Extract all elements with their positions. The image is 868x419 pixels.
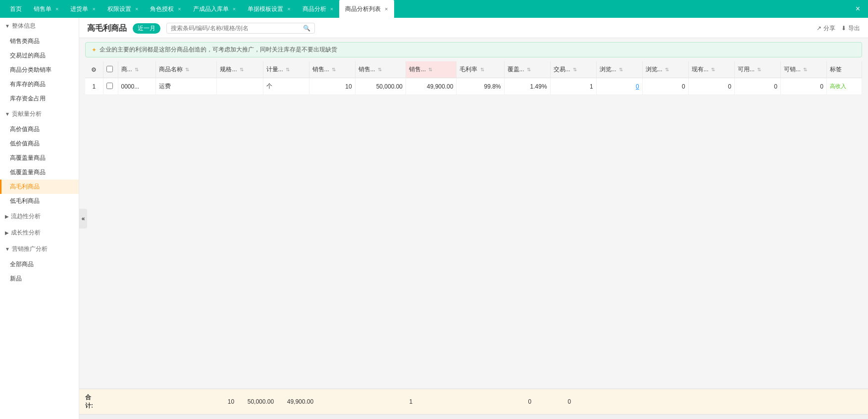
nav-template[interactable]: 单据模板设置 ×	[242, 0, 296, 18]
close-purchase-tab[interactable]: ×	[92, 0, 95, 18]
collapse-arrow-marketing: ▼	[5, 246, 10, 252]
sort-sales-qty-icon: ⇅	[332, 67, 336, 72]
sidebar-item-in-stock[interactable]: 有库存的商品	[0, 77, 79, 92]
select-all-checkbox[interactable]	[106, 66, 113, 72]
sort-unit-icon: ⇅	[286, 67, 290, 72]
close-analysis-list-tab[interactable]: ×	[385, 0, 388, 18]
collapse-arrow-contribution: ▼	[5, 111, 10, 117]
sidebar-item-high-value[interactable]: 高价值商品	[0, 122, 79, 137]
cell-transaction: 1	[550, 78, 596, 95]
time-filter-button[interactable]: 近一月	[133, 23, 160, 34]
cell-view2: 0	[642, 78, 688, 95]
footer-sales-qty	[108, 398, 198, 405]
export-icon: ⬇	[841, 25, 846, 32]
col-code[interactable]: 商... ⇅	[118, 61, 156, 78]
footer-transaction: 1	[376, 398, 415, 405]
col-spec[interactable]: 规格... ⇅	[217, 61, 263, 78]
close-sales-tab[interactable]: ×	[55, 0, 58, 18]
col-view1[interactable]: 浏览... ⇅	[596, 61, 642, 78]
sidebar: ▼ 整体信息 销售类商品 交易过的商品 商品分类助销率 有库存的商品 库存资金占…	[0, 18, 79, 419]
sort-coverage-icon: ⇅	[527, 67, 531, 72]
nav-production[interactable]: 产成品入库单 ×	[187, 0, 242, 18]
search-input[interactable]	[171, 25, 303, 32]
cell-view1[interactable]: 0	[596, 78, 642, 95]
col-gross-margin[interactable]: 毛利率 ⇅	[457, 61, 504, 78]
table-row: 1 0000... 运费	[85, 78, 862, 95]
col-saleable[interactable]: 可销... ⇅	[780, 61, 826, 78]
nav-permissions[interactable]: 权限设置 ×	[102, 0, 144, 18]
footer-sales-cost: 49,900.00	[277, 398, 316, 405]
sidebar-item-stock-capital[interactable]: 库存资金占用	[0, 92, 79, 106]
sidebar-group-marketing[interactable]: ▼ 营销推广分析	[0, 241, 79, 257]
sidebar-group-contribution[interactable]: ▼ 贡献量分析	[0, 106, 79, 122]
cell-index: 1	[85, 78, 103, 95]
sort-spec-icon: ⇅	[240, 67, 244, 72]
nav-product-analysis[interactable]: 商品分析 ×	[297, 0, 339, 18]
sidebar-group-overall[interactable]: ▼ 整体信息	[0, 18, 79, 34]
footer-label: 合计:	[85, 393, 99, 410]
collapse-arrow-growth: ▶	[5, 230, 9, 235]
col-name[interactable]: 商品名称 ⇅	[156, 61, 217, 78]
col-sales-cost[interactable]: 销售... ⇅	[406, 61, 457, 78]
export-button[interactable]: ⬇ 导出	[841, 24, 860, 33]
sidebar-item-low-coverage[interactable]: 低覆盖量商品	[0, 165, 79, 180]
col-coverage[interactable]: 覆盖... ⇅	[504, 61, 550, 78]
sidebar-item-all-goods[interactable]: 全部商品	[0, 257, 79, 272]
col-available[interactable]: 可用... ⇅	[734, 61, 780, 78]
sidebar-item-sales-goods[interactable]: 销售类商品	[0, 34, 79, 48]
footer-sales-qty-val: 10	[198, 398, 237, 405]
col-transaction[interactable]: 交易... ⇅	[550, 61, 596, 78]
collapse-arrow-overall: ▼	[5, 23, 10, 29]
share-button[interactable]: ↗ 分享	[817, 24, 835, 33]
nav-sales[interactable]: 销售单 ×	[28, 0, 64, 18]
sidebar-item-new-goods[interactable]: 新品	[0, 272, 79, 286]
cell-sales-cost: 49,900.00	[406, 78, 457, 95]
sidebar-group-trend[interactable]: ▶ 流趋性分析	[0, 208, 79, 225]
page-title: 高毛利商品	[87, 23, 127, 34]
col-current[interactable]: 现有... ⇅	[688, 61, 734, 78]
close-app-button[interactable]: ×	[852, 4, 864, 13]
col-settings[interactable]: ⚙	[85, 61, 103, 78]
bottom-scrollbar[interactable]	[79, 414, 868, 419]
sidebar-collapse-button[interactable]: «	[79, 209, 87, 229]
cell-available: 0	[734, 78, 780, 95]
col-sales-qty[interactable]: 销售... ⇅	[309, 61, 355, 78]
search-icon[interactable]: 🔍	[303, 25, 310, 32]
close-roles-tab[interactable]: ×	[178, 0, 181, 18]
cell-checkbox[interactable]	[103, 78, 118, 95]
footer-current: 0	[495, 398, 534, 405]
footer-cells: 10 50,000.00 49,900.00 1 0 0	[108, 398, 862, 405]
nav-purchase[interactable]: 进货单 ×	[64, 0, 101, 18]
col-view2[interactable]: 浏览... ⇅	[642, 61, 688, 78]
sidebar-item-high-coverage[interactable]: 高覆盖量商品	[0, 151, 79, 165]
nav-analysis-list[interactable]: 商品分析列表 ×	[339, 0, 394, 18]
sort-saleable-icon: ⇅	[803, 67, 807, 72]
col-unit[interactable]: 计量... ⇅	[263, 61, 309, 78]
close-template-tab[interactable]: ×	[287, 0, 290, 18]
sidebar-item-low-margin[interactable]: 低毛利商品	[0, 194, 79, 208]
sidebar-item-high-margin[interactable]: 高毛利商品	[0, 180, 79, 194]
sidebar-item-traded-goods[interactable]: 交易过的商品	[0, 48, 79, 63]
nav-home[interactable]: 首页	[4, 0, 28, 18]
row-checkbox[interactable]	[106, 83, 113, 89]
cell-saleable: 0	[780, 78, 826, 95]
search-box[interactable]: 🔍	[166, 23, 315, 34]
close-permissions-tab[interactable]: ×	[135, 0, 138, 18]
footer-row: 合计: 10 50,000.00 49,900.00 1 0 0	[79, 388, 868, 414]
close-product-analysis-tab[interactable]: ×	[330, 0, 333, 18]
sidebar-item-category-rate[interactable]: 商品分类助销率	[0, 63, 79, 77]
share-icon: ↗	[817, 25, 821, 32]
sidebar-group-growth[interactable]: ▶ 成长性分析	[0, 225, 79, 241]
content-header: 高毛利商品 近一月 🔍 ↗ 分享 ⬇ 导出	[79, 18, 868, 38]
sidebar-item-low-value[interactable]: 低价值商品	[0, 137, 79, 151]
cell-code: 0000...	[118, 78, 156, 95]
col-sales-amount[interactable]: 销售... ⇅	[355, 61, 406, 78]
cell-sales-qty: 10	[309, 78, 355, 95]
col-checkbox[interactable]	[103, 61, 118, 78]
close-production-tab[interactable]: ×	[233, 0, 236, 18]
sort-gross-margin-icon: ⇅	[480, 67, 484, 72]
main-layout: ▼ 整体信息 销售类商品 交易过的商品 商品分类助销率 有库存的商品 库存资金占…	[0, 18, 868, 419]
info-icon: ✦	[92, 47, 97, 53]
nav-roles[interactable]: 角色授权 ×	[144, 0, 187, 18]
col-tag[interactable]: 标签	[826, 61, 862, 78]
